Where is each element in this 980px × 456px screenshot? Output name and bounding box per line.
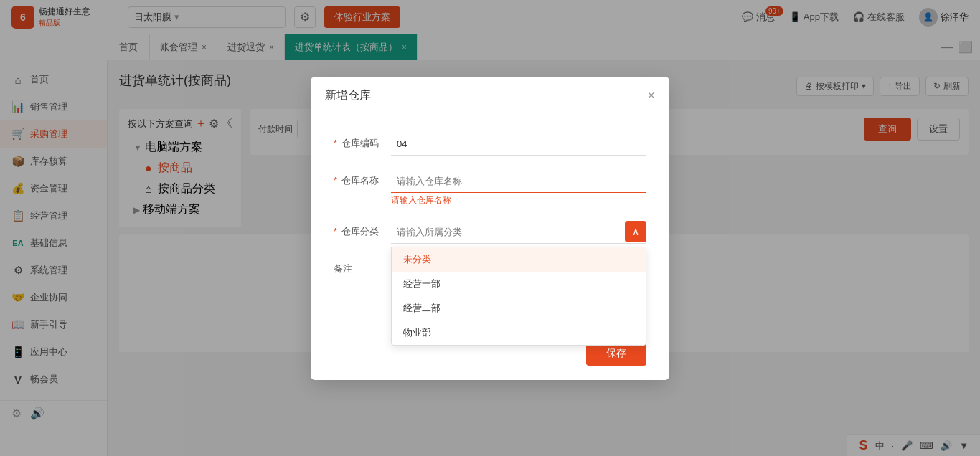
dropdown-item-property[interactable]: 物业部 xyxy=(392,320,646,345)
category-field-control: ∧ 未分类 经营一部 经营二部 物业部 xyxy=(391,221,646,244)
dialog-header: 新增仓库 × xyxy=(311,77,669,115)
category-label: * 仓库分类 xyxy=(334,221,391,238)
name-required-mark: * xyxy=(334,175,337,186)
category-dropdown-list: 未分类 经营一部 经营二部 物业部 xyxy=(391,247,646,346)
category-required-mark: * xyxy=(334,226,337,237)
note-label: 备注 xyxy=(334,258,391,275)
code-field-control xyxy=(391,133,646,156)
code-input[interactable] xyxy=(391,133,646,156)
code-label: * 仓库编码 xyxy=(334,133,391,150)
category-input[interactable] xyxy=(391,221,625,243)
add-warehouse-dialog: 新增仓库 × * 仓库编码 * 仓库名称 xyxy=(311,77,669,380)
dropdown-item-dept1[interactable]: 经营一部 xyxy=(392,272,646,296)
name-error-msg: 请输入仓库名称 xyxy=(391,194,646,206)
dialog-close-button[interactable]: × xyxy=(647,88,655,103)
category-dropdown-row: ∧ xyxy=(391,221,646,244)
code-label-text: 仓库编码 xyxy=(341,138,379,148)
dropdown-item-unclassified[interactable]: 未分类 xyxy=(392,247,646,272)
dialog-overlay[interactable]: 新增仓库 × * 仓库编码 * 仓库名称 xyxy=(0,0,980,456)
category-form-row: * 仓库分类 ∧ 未分类 经营一部 经营二部 物业部 xyxy=(334,221,646,244)
dropdown-toggle-button[interactable]: ∧ xyxy=(625,221,646,242)
name-field-control: 请输入仓库名称 xyxy=(391,170,646,206)
name-input[interactable] xyxy=(391,170,646,193)
name-form-row: * 仓库名称 请输入仓库名称 xyxy=(334,170,646,206)
code-form-row: * 仓库编码 xyxy=(334,133,646,156)
dialog-title: 新增仓库 xyxy=(325,88,371,103)
code-required-mark: * xyxy=(334,138,337,148)
name-label-text: 仓库名称 xyxy=(341,175,379,186)
category-label-text: 仓库分类 xyxy=(341,226,379,237)
dialog-body: * 仓库编码 * 仓库名称 请输入仓库名称 xyxy=(311,115,669,333)
dropdown-item-dept2[interactable]: 经营二部 xyxy=(392,296,646,320)
name-label: * 仓库名称 xyxy=(334,170,391,187)
